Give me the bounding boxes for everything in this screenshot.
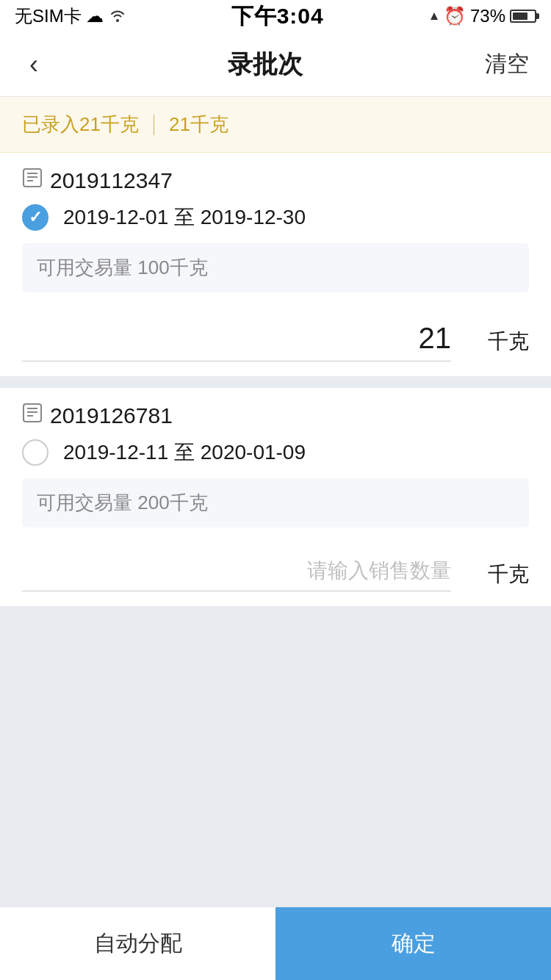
- batch-volume-bar-1: 可用交易量 100千克: [22, 243, 529, 292]
- batch-id-2: 2019126781: [50, 403, 173, 428]
- batch-radio-1[interactable]: [22, 204, 48, 231]
- summary-divider: [154, 115, 154, 135]
- batch-doc-icon-1: [22, 167, 43, 193]
- summary-label: 已录入21千克: [22, 112, 139, 137]
- bottom-fill-area: [0, 618, 551, 941]
- summary-amount: 21千克: [169, 112, 228, 137]
- batch-date-row-1[interactable]: 2019-12-01 至 2019-12-30: [22, 203, 529, 231]
- page-title: 录批次: [228, 48, 303, 82]
- confirm-button[interactable]: 确定: [276, 907, 551, 980]
- batch-date-1: 2019-12-01 至 2019-12-30: [63, 203, 306, 231]
- battery-percent: 73%: [470, 6, 505, 26]
- summary-bar: 已录入21千克 21千克: [0, 97, 551, 153]
- status-time: 下午3:04: [231, 1, 324, 32]
- status-left: 无SIM卡 ☁: [15, 4, 126, 28]
- quantity-placeholder-2: 请输入销售数量: [307, 557, 451, 585]
- battery-icon: [510, 10, 536, 23]
- quantity-unit-2: 千克: [488, 561, 529, 588]
- auto-distribute-button[interactable]: 自动分配: [0, 907, 276, 980]
- bottom-buttons: 自动分配 确定: [0, 907, 551, 980]
- quantity-unit-1: 千克: [488, 328, 529, 356]
- nav-bar: ‹ 录批次 清空: [0, 32, 551, 97]
- batch-item-1: 2019112347 2019-12-01 至 2019-12-30 可用交易量…: [0, 153, 551, 292]
- batch-date-row-2[interactable]: 2019-12-11 至 2020-01-09: [22, 439, 529, 466]
- batch-header-1: 2019112347: [22, 167, 529, 193]
- batch-card-2: 2019126781 2019-12-11 至 2020-01-09 可用交易量…: [0, 388, 551, 606]
- batch-doc-icon-2: [22, 403, 43, 428]
- batch-header-2: 2019126781: [22, 403, 529, 428]
- section-divider: [0, 376, 551, 388]
- section-divider-2: [0, 606, 551, 618]
- status-bar: 无SIM卡 ☁ 下午3:04 ⏰ 73%: [0, 0, 551, 32]
- quantity-row-2: 请输入销售数量 千克: [0, 542, 551, 591]
- no-sim-text: 无SIM卡 ☁: [15, 4, 104, 28]
- batch-card-1: 2019112347 2019-12-01 至 2019-12-30 可用交易量…: [0, 153, 551, 376]
- batch-volume-text-1: 可用交易量 100千克: [37, 256, 208, 278]
- back-button[interactable]: ‹: [22, 42, 46, 87]
- wifi-icon: [109, 6, 126, 26]
- quantity-value-1: 21: [419, 322, 452, 355]
- batch-volume-text-2: 可用交易量 200千克: [37, 491, 208, 514]
- batch-id-1: 2019112347: [50, 168, 173, 193]
- quantity-row-1: 21 千克: [0, 307, 551, 361]
- batch-date-2: 2019-12-11 至 2020-01-09: [63, 439, 306, 466]
- batch-volume-bar-2: 可用交易量 200千克: [22, 478, 529, 527]
- location-icon: [429, 6, 439, 26]
- batch-item-2: 2019126781 2019-12-11 至 2020-01-09 可用交易量…: [0, 388, 551, 527]
- alarm-icon: ⏰: [444, 6, 466, 26]
- batch-radio-2[interactable]: [22, 439, 48, 466]
- status-right: ⏰ 73%: [429, 6, 536, 26]
- clear-button[interactable]: 清空: [485, 49, 529, 79]
